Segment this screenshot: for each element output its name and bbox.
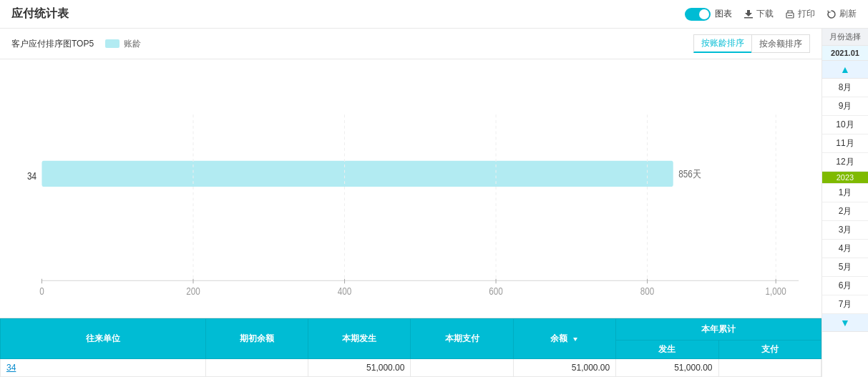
col-header-name: 往来单位 [1, 319, 206, 359]
col-header-current-occur: 本期发生 [308, 319, 411, 359]
chart-toggle[interactable] [685, 8, 711, 21]
chart-area: 客户应付排序图TOP5 账龄 按账龄排序 按余额排序 34 [0, 29, 821, 377]
bar-value-34: 856天 [678, 168, 701, 180]
bar-label-34: 34 [27, 170, 36, 182]
sidebar-year-marker[interactable]: 2023 [822, 172, 868, 184]
legend-item-accounts-age: 账龄 [105, 38, 141, 50]
sidebar-month-item[interactable]: 4月 [822, 240, 868, 258]
page-title: 应付统计表 [11, 6, 69, 21]
sidebar-year-value[interactable]: 2021.01 [822, 46, 868, 61]
svg-text:400: 400 [338, 285, 351, 297]
cell-opening [205, 359, 308, 377]
chart-legend: 客户应付排序图TOP5 账龄 [11, 38, 141, 50]
sidebar-month-item[interactable]: 5月 [822, 258, 868, 277]
chart-canvas: 34 856天 0 200 400 600 800 [0, 59, 821, 318]
bar-chart-svg: 34 856天 0 200 400 600 800 [0, 59, 821, 318]
cell-name[interactable]: 34 [1, 359, 206, 377]
col-header-year-total: 本年累计 [616, 319, 821, 341]
sidebar-nav-up[interactable]: ▲ [822, 61, 868, 79]
cell-current-pay [411, 359, 513, 377]
cell-year-pay [718, 359, 821, 377]
cell-balance: 51,000.00 [513, 359, 615, 377]
svg-text:600: 600 [489, 285, 502, 297]
sidebar-month-item[interactable]: 11月 [822, 134, 868, 153]
sort-buttons: 按账龄排序 按余额排序 [693, 34, 810, 53]
sort-by-balance-button[interactable]: 按余额排序 [751, 34, 810, 53]
download-icon [743, 9, 754, 19]
sidebar-month-item[interactable]: 6月 [822, 277, 868, 295]
table-row: 34 51,000.00 51,000.00 51,000.00 [1, 359, 821, 377]
col-header-year-pay: 支付 [718, 341, 821, 359]
toggle-label: 图表 [715, 8, 732, 20]
svg-text:800: 800 [640, 285, 654, 297]
svg-text:0: 0 [39, 285, 44, 297]
sidebar-month-item[interactable]: 3月 [822, 221, 868, 240]
sidebar: 月份选择 2021.01 ▲ 8月9月10月11月12月20231月2月3月4月… [821, 29, 868, 377]
svg-marker-21 [573, 338, 577, 341]
sidebar-month-item[interactable]: 9月 [822, 97, 868, 116]
download-button[interactable]: 下载 [743, 8, 774, 20]
svg-rect-2 [788, 15, 792, 16]
sidebar-month-item[interactable]: 7月 [822, 295, 868, 314]
col-header-current-pay: 本期支付 [411, 319, 513, 359]
sidebar-month-list: 8月9月10月11月12月20231月2月3月4月5月6月7月 [822, 79, 868, 314]
col-header-year-occur: 发生 [616, 341, 718, 359]
main-content: 客户应付排序图TOP5 账龄 按账龄排序 按余额排序 34 [0, 29, 868, 377]
data-table: 往来单位 期初余额 本期发生 本期支付 余额 本年累计 发生 [0, 318, 821, 377]
table-area: 往来单位 期初余额 本期发生 本期支付 余额 本年累计 发生 [0, 318, 821, 377]
legend-color-label: 账龄 [124, 38, 141, 50]
cell-year-occur: 51,000.00 [616, 359, 718, 377]
print-button[interactable]: 打印 [785, 8, 815, 20]
cell-current-occur: 51,000.00 [308, 359, 411, 377]
chart-legend-label: 客户应付排序图TOP5 [11, 38, 94, 50]
svg-text:1,000: 1,000 [766, 285, 786, 297]
balance-sort-icon [572, 336, 579, 343]
header-actions: 图表 下载 打印 刷新 [685, 8, 857, 21]
sidebar-month-item[interactable]: 1月 [822, 184, 868, 202]
col-header-balance: 余额 [513, 319, 615, 359]
refresh-button[interactable]: 刷新 [826, 8, 857, 20]
svg-text:200: 200 [186, 285, 200, 297]
svg-rect-0 [744, 17, 753, 19]
col-header-opening: 期初余额 [205, 319, 308, 359]
sidebar-header: 月份选择 [822, 29, 868, 46]
chart-header: 客户应付排序图TOP5 账龄 按账龄排序 按余额排序 [0, 29, 821, 59]
sidebar-nav-down[interactable]: ▼ [822, 314, 868, 332]
sidebar-month-item[interactable]: 12月 [822, 153, 868, 172]
chart-toggle-group[interactable]: 图表 [685, 8, 732, 21]
sidebar-month-item[interactable]: 8月 [822, 79, 868, 97]
sidebar-month-item[interactable]: 2月 [822, 202, 868, 221]
sort-by-amount-button[interactable]: 按账龄排序 [693, 34, 751, 53]
print-icon [785, 9, 795, 19]
sidebar-month-item[interactable]: 10月 [822, 116, 868, 134]
legend-color-box [105, 39, 120, 48]
chart-bar-34 [42, 161, 673, 187]
refresh-icon [826, 9, 837, 19]
